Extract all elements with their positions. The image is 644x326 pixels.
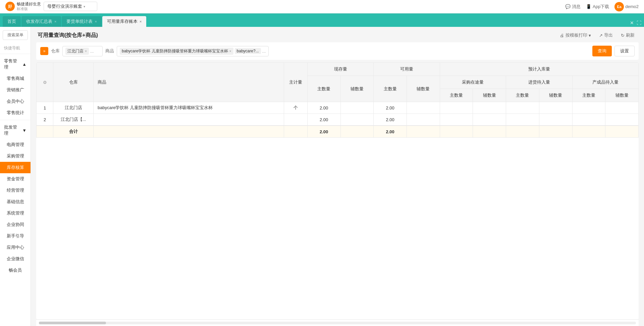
product-filter-field[interactable]: babycare学饮杯 儿童防摔防撞吸管杯重力球吸嘴杯宝宝水杯 × babyca…: [117, 46, 269, 56]
th-avail-aux: 辅数量: [407, 76, 440, 102]
sidebar-finance-label: 资金管理: [7, 176, 24, 181]
sidebar-item-member-center[interactable]: 会员中心: [0, 96, 31, 107]
logo-sub: 标准版: [17, 6, 41, 11]
tab-available-stock-close[interactable]: ×: [140, 19, 142, 24]
store-selector[interactable]: 母婴行业演示账套 ▾: [44, 2, 97, 11]
sidebar-item-batch-mgmt[interactable]: 批发管理 ▼: [0, 122, 31, 139]
sidebar-enterprise-collab-label: 企业协同: [7, 222, 24, 227]
filter-expand-button[interactable]: »: [40, 47, 48, 55]
top-bar-right: 💬 消息 📱 App下载 Ea demo2: [565, 2, 639, 11]
table-settings-icon[interactable]: ⚙: [43, 80, 47, 85]
total-empty-1: [37, 126, 53, 138]
th-product: 商品: [94, 63, 284, 102]
refresh-icon: ↻: [621, 33, 625, 38]
refresh-label: 刷新: [626, 32, 635, 38]
top-bar-left: 好 畅捷通好生意 标准版 母婴行业演示账套 ▾: [5, 2, 97, 11]
total-label: 合计: [53, 126, 94, 138]
sidebar-item-retail-stats[interactable]: 零售统计: [0, 107, 31, 119]
scrollbar-track[interactable]: [39, 322, 636, 324]
tab-receipt-summary[interactable]: 收发存汇总表 ×: [21, 16, 61, 27]
sidebar-item-basic-info[interactable]: 基础信息: [0, 196, 31, 207]
user-area[interactable]: Ea demo2: [614, 2, 639, 11]
row2-inbound-main: [506, 114, 539, 126]
sidebar-item-system[interactable]: 系统管理: [0, 207, 31, 219]
product-more-indicator[interactable]: ...: [262, 49, 266, 54]
tab-order-stats-label: 要货单统计表: [66, 18, 93, 25]
total-avail-aux: [407, 126, 440, 138]
th-purchase-aux: 辅数量: [473, 89, 506, 102]
sidebar-retail-mall-label: 零售商城: [7, 76, 24, 81]
row1-stock-main: 2.00: [307, 102, 340, 114]
sidebar-item-ecommerce[interactable]: 电商管理: [0, 139, 31, 150]
row1-avail-aux: [407, 102, 440, 114]
sidebar-operations-label: 经营管理: [7, 188, 24, 193]
arrow-down-icon: ▼: [22, 128, 26, 133]
sidebar-item-vip-member[interactable]: 畅会员: [0, 265, 31, 276]
warehouse-tag: 江北门店 ×: [65, 48, 89, 55]
sidebar-item-enterprise-wechat[interactable]: 企业微信: [0, 253, 31, 265]
row2-warehouse: 江北门店【...: [53, 114, 94, 126]
sidebar-item-retail-mall[interactable]: 零售商城: [0, 73, 31, 84]
scrollbar-thumb[interactable]: [39, 322, 106, 324]
row2-seq: 2: [37, 114, 53, 126]
sidebar-divider-1: [0, 54, 31, 54]
tab-order-stats[interactable]: 要货单统计表 ×: [62, 16, 101, 27]
tab-available-stock[interactable]: 可用量库存账本 ×: [102, 16, 146, 27]
sidebar-batch-mgmt-label: 批发管理: [4, 124, 21, 136]
tab-receipt-summary-close[interactable]: ×: [54, 19, 56, 24]
total-production-main: [572, 126, 605, 138]
message-label: 消息: [572, 4, 581, 10]
message-button[interactable]: 💬 消息: [565, 4, 581, 10]
quick-nav-label: 快捷导航: [0, 43, 31, 52]
total-inbound-main: [506, 126, 539, 138]
close-all-icon[interactable]: ✕: [630, 20, 634, 26]
th-avail-main: 主数量: [374, 76, 407, 102]
th-production-aux: 辅数量: [605, 89, 639, 102]
query-button[interactable]: 查询: [592, 46, 612, 56]
expand-icon[interactable]: ⛶: [637, 20, 641, 26]
row2-purchase-main: [440, 114, 473, 126]
sidebar-search-area: 搜索菜单: [0, 27, 31, 43]
sidebar-item-finance[interactable]: 资金管理: [0, 173, 31, 185]
refresh-button[interactable]: ↻ 刷新: [618, 31, 637, 40]
sidebar-item-operations[interactable]: 经营管理: [0, 185, 31, 196]
row1-inbound-main: [506, 102, 539, 114]
sidebar-divider-2: [0, 120, 31, 120]
app-download-button[interactable]: 📱 App下载: [586, 4, 609, 10]
sidebar-ecommerce-label: 电商管理: [7, 142, 24, 147]
sidebar-item-retail-mgmt[interactable]: 零售管理 ▲: [0, 55, 31, 73]
th-purchase-main: 主数量: [440, 89, 473, 102]
sidebar-item-inventory-check[interactable]: 库存核算: [0, 162, 31, 173]
product-tag-1: babycare学饮杯 儿童防摔防撞吸管杯重力球吸嘴杯宝宝水杯 ×: [120, 48, 233, 55]
total-empty-2: [94, 126, 284, 138]
row1-production-aux: [605, 102, 639, 114]
tab-receipt-summary-label: 收发存汇总表: [26, 18, 52, 25]
product-tag-1-close[interactable]: ×: [229, 49, 231, 53]
warehouse-filter-field[interactable]: 江北门店 × ...: [62, 46, 103, 56]
total-purchase-aux: [473, 126, 506, 138]
export-button[interactable]: ↗ 导出: [596, 31, 615, 40]
export-label: 导出: [604, 32, 613, 38]
th-main-unit: 主计量: [284, 63, 307, 102]
sidebar-item-app-center[interactable]: 应用中心: [0, 242, 31, 253]
sidebar-app-center-label: 应用中心: [7, 245, 24, 250]
row1-seq: 1: [37, 102, 53, 114]
th-inbound-aux: 辅数量: [539, 89, 572, 102]
sidebar-item-purchase[interactable]: 采购管理: [0, 150, 31, 162]
print-button[interactable]: 🖨 按模板打印 ▾: [557, 31, 594, 40]
warehouse-more-indicator[interactable]: ...: [90, 49, 94, 54]
sidebar-item-newbie-guide[interactable]: 新手引导: [0, 230, 31, 242]
sidebar-item-marketing[interactable]: 营销推广: [0, 84, 31, 96]
row2-product: [94, 114, 284, 126]
row1-purchase-main: [440, 102, 473, 114]
tab-order-stats-close[interactable]: ×: [95, 19, 97, 24]
th-inbound-main: 主数量: [506, 89, 539, 102]
sidebar-item-enterprise-collab[interactable]: 企业协同: [0, 219, 31, 230]
th-stock-main: 主数量: [307, 76, 340, 102]
search-menu-button[interactable]: 搜索菜单: [3, 30, 28, 40]
tab-home[interactable]: 首页: [3, 16, 21, 27]
settings-button[interactable]: 设置: [614, 46, 635, 56]
store-name: 母婴行业演示账套: [47, 3, 82, 9]
th-purchase-transit: 采购在途量: [440, 76, 506, 89]
warehouse-tag-close[interactable]: ×: [85, 49, 87, 53]
